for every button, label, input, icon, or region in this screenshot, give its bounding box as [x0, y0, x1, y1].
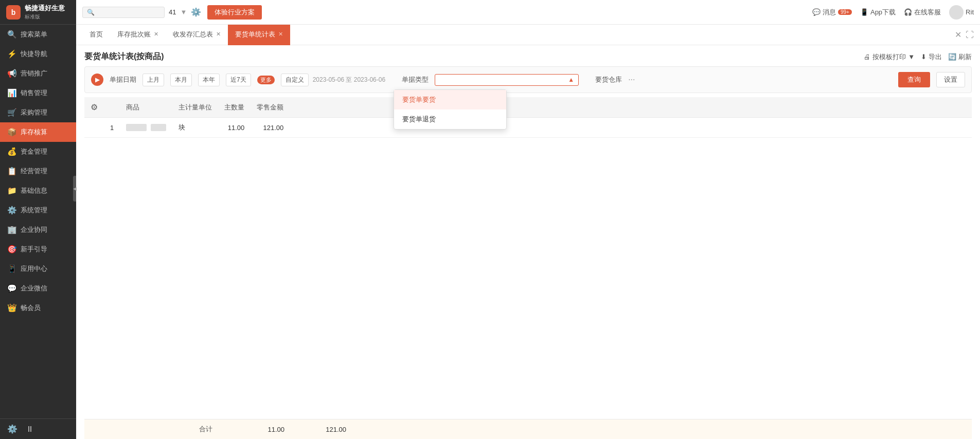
footer-label: 合计: [99, 425, 212, 434]
sidebar-item-quick-nav[interactable]: ⚡ 快捷导航: [0, 44, 76, 64]
message-icon: 💬: [812, 8, 821, 16]
tab-close-all-icon[interactable]: ✕: [955, 30, 961, 40]
sidebar-bottom: ⚙️ ⏸: [0, 418, 76, 439]
footer-amount: 121.00: [295, 426, 346, 433]
dropdown-item-demand-return[interactable]: 要货单退货: [394, 109, 506, 129]
sidebar-item-marketing[interactable]: 📢 营销推广: [0, 64, 76, 83]
data-table: ⚙ 商品 主计量单位 主数量 零售金额 1: [84, 97, 972, 138]
print-template-action[interactable]: 🖨 按模板打印 ▼: [864, 52, 915, 62]
row-settings-cell: [84, 118, 104, 138]
type-filter-label: 单据类型: [402, 75, 429, 84]
row-amount-cell: 121.00: [251, 118, 290, 138]
date-btn-last-month[interactable]: 上月: [142, 74, 164, 86]
row-index-cell: 1: [104, 118, 120, 138]
table-unit-col: 主计量单位: [172, 97, 218, 118]
sidebar-item-member[interactable]: 👑 畅会员: [0, 298, 76, 318]
inventory-icon: 📦: [7, 127, 16, 137]
dropdown-item-demand-order[interactable]: 要货单要货: [394, 90, 506, 109]
app-logo-icon: b: [6, 5, 21, 20]
header-dropdown-arrow[interactable]: ▼: [180, 8, 187, 16]
guide-icon: 🎯: [7, 245, 16, 254]
tab-inventory-batch[interactable]: 库存批次账 ✕: [110, 25, 166, 45]
message-badge: 99+: [838, 9, 852, 15]
online-service-item[interactable]: 🎧 在线客服: [904, 8, 941, 17]
marketing-icon: 📢: [7, 69, 16, 78]
app-center-icon: 📱: [7, 264, 16, 273]
top-header: 🔍 41 ▼ ⚙️ 体验行业方案 💬 消息 99+ 📱 App下载 🎧 在线客服…: [76, 0, 980, 25]
filter-settings-btn[interactable]: 设置: [936, 72, 965, 87]
date-range-display: 2023-05-06 至 2023-06-06: [313, 76, 385, 84]
close-tab-demand-summary[interactable]: ✕: [278, 31, 283, 38]
settings-bottom-icon[interactable]: ⚙️: [7, 424, 17, 434]
sidebar-item-app-center[interactable]: 📱 应用中心: [0, 259, 76, 279]
date-more-badge[interactable]: 更多: [257, 76, 275, 84]
tab-receive-summary[interactable]: 收发存汇总表 ✕: [166, 25, 228, 45]
avatar: [949, 5, 964, 20]
refresh-action[interactable]: 🔄 刷新: [948, 52, 972, 62]
tab-demand-summary[interactable]: 要货单统计表 ✕: [228, 25, 290, 45]
header-settings-icon[interactable]: ⚙️: [191, 7, 201, 17]
type-dropdown: 要货单要货 要货单退货: [394, 89, 507, 130]
close-tab-receive-summary[interactable]: ✕: [216, 31, 221, 38]
table-footer: 合计 11.00 121.00: [84, 419, 972, 439]
warehouse-filter-more-icon[interactable]: ···: [628, 75, 635, 84]
wechat-icon: 💬: [7, 284, 16, 293]
table-product-col: 商品: [120, 97, 172, 118]
operation-icon: 📋: [7, 167, 16, 176]
type-filter-dropdown-icon[interactable]: ▲: [568, 76, 574, 83]
row-product-cell: [120, 118, 172, 138]
page-title-bar: 要货单统计表(按商品) 🖨 按模板打印 ▼ ⬇ 导出 🔄 刷新: [76, 45, 980, 66]
sidebar-item-operation[interactable]: 📋 经营管理: [0, 161, 76, 181]
sidebar-resize-handle[interactable]: ◀: [73, 176, 76, 202]
enterprise-icon: 🏢: [7, 225, 16, 234]
date-custom-btn[interactable]: 自定义: [281, 74, 309, 86]
sidebar-item-wechat[interactable]: 💬 企业微信: [0, 279, 76, 298]
filter-expand-btn[interactable]: ▶: [91, 74, 103, 86]
table-row: 1 块 11.00: [84, 118, 972, 138]
table-amount-col: 零售金额: [251, 97, 290, 118]
search-nav-icon: 🔍: [7, 30, 16, 39]
type-filter-input-wrapper[interactable]: ▲: [435, 74, 579, 86]
page-content: 要货单统计表(按商品) 🖨 按模板打印 ▼ ⬇ 导出 🔄 刷新 ▶: [76, 45, 980, 439]
main-content: 🔍 41 ▼ ⚙️ 体验行业方案 💬 消息 99+ 📱 App下载 🎧 在线客服…: [76, 0, 980, 439]
type-filter-input[interactable]: [439, 76, 566, 84]
row-unit-cell: 块: [172, 118, 218, 138]
table-body: 1 块 11.00: [84, 118, 972, 138]
table-header-row: ⚙ 商品 主计量单位 主数量 零售金额: [84, 97, 972, 118]
table-extra-col: [290, 97, 972, 118]
sidebar-item-finance[interactable]: 💰 资金管理: [0, 142, 76, 161]
sidebar-item-inventory[interactable]: 📦 库存核算: [0, 122, 76, 142]
app-download-item[interactable]: 📱 App下载: [860, 8, 896, 17]
date-btn-this-year[interactable]: 本年: [198, 74, 220, 86]
query-btn[interactable]: 查询: [898, 72, 930, 87]
sidebar: b 畅捷通好生意 标准版 🔍 搜索菜单 ⚡ 快捷导航 📢 营销推广 📊 销售管理…: [0, 0, 76, 439]
table-settings-col[interactable]: ⚙: [84, 97, 104, 118]
sidebar-nav: 🔍 搜索菜单 ⚡ 快捷导航 📢 营销推广 📊 销售管理 🛒 采购管理 📦 库存核…: [0, 25, 76, 418]
sales-icon: 📊: [7, 88, 16, 98]
sidebar-item-enterprise[interactable]: 🏢 企业协同: [0, 220, 76, 240]
trial-btn[interactable]: 体验行业方案: [207, 5, 262, 20]
filter-bar: ▶ 单据日期 上月 本月 本年 近7天 更多 自定义 2023-05-06 至 …: [84, 66, 972, 93]
row-quantity-cell: 11.00: [218, 118, 251, 138]
close-tab-inventory-batch[interactable]: ✕: [154, 31, 158, 38]
message-item[interactable]: 💬 消息 99+: [812, 8, 852, 17]
export-action[interactable]: ⬇ 导出: [921, 52, 942, 62]
collapse-icon[interactable]: ⏸: [26, 425, 34, 434]
page-actions: 🖨 按模板打印 ▼ ⬇ 导出 🔄 刷新: [864, 52, 972, 62]
search-icon: 🔍: [87, 9, 95, 16]
date-btn-7days[interactable]: 近7天: [226, 74, 251, 86]
sidebar-item-search[interactable]: 🔍 搜索菜单: [0, 25, 76, 44]
sidebar-item-basic-info[interactable]: 📁 基础信息: [0, 181, 76, 200]
tab-expand-icon[interactable]: ⛶: [966, 30, 974, 40]
date-btn-this-month[interactable]: 本月: [170, 74, 192, 86]
user-avatar-item[interactable]: Rit: [949, 5, 974, 20]
sidebar-item-purchase[interactable]: 🛒 采购管理: [0, 103, 76, 122]
sidebar-item-guide[interactable]: 🎯 新手引导: [0, 240, 76, 259]
tab-bar-right: ✕ ⛶: [955, 30, 974, 40]
sidebar-item-sales[interactable]: 📊 销售管理: [0, 83, 76, 103]
table-index-col: [104, 97, 120, 118]
sidebar-item-system[interactable]: ⚙️ 系统管理: [0, 200, 76, 220]
finance-icon: 💰: [7, 147, 16, 156]
tab-bar: 首页 库存批次账 ✕ 收发存汇总表 ✕ 要货单统计表 ✕ ✕ ⛶: [76, 25, 980, 45]
tab-home[interactable]: 首页: [82, 25, 110, 45]
